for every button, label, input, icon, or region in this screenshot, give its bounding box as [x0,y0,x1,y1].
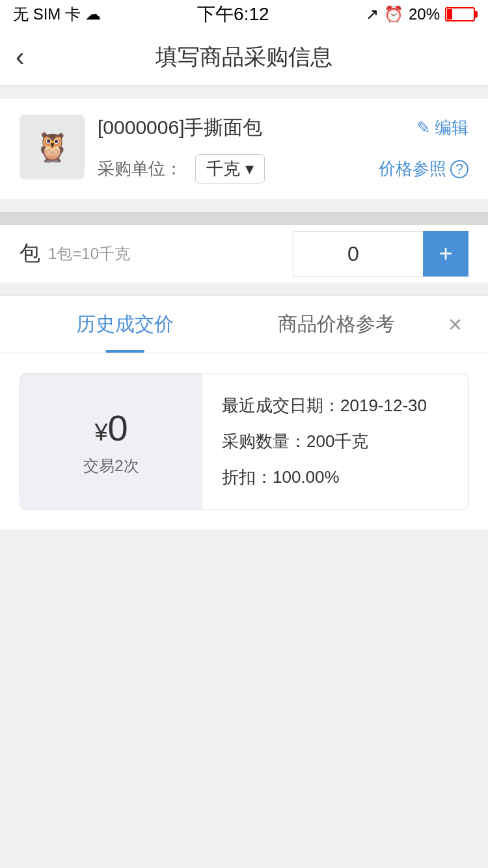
unit-select[interactable]: 千克 ▾ [195,154,265,183]
unit-conversion: 1包=10千克 [48,243,130,264]
quantity-controls: + [293,231,468,277]
battery-icon [445,7,475,21]
product-header: 🦉 [0000006]手撕面包 ✎ 编辑 采购单位： 千克 ▾ [20,115,468,183]
price-left: ¥0 交易2次 [20,373,202,509]
tab-close-button[interactable]: × [442,305,468,345]
product-info: [0000006]手撕面包 ✎ 编辑 采购单位： 千克 ▾ 价格参照 ? [98,115,468,183]
page-title: 填写商品采购信息 [156,42,332,72]
no-sim-text: 无 SIM 卡 ☁ [13,4,101,25]
unit-badge: 包 [20,239,40,268]
unit-label-group: 采购单位： 千克 ▾ [98,154,265,183]
tab-price-ref[interactable]: 商品价格参考 [230,296,441,353]
discount-label: 折扣： [222,467,273,487]
discount-row: 折扣：100.00% [222,465,448,490]
quantity-label: 包 1包=10千克 [20,239,130,268]
signal-icon: ↗ [366,5,379,23]
card-area: ¥0 交易2次 最近成交日期：2019-12-30 采购数量：200千克 折扣：… [0,353,488,530]
price-ref-label: 价格参照 [379,157,446,180]
price-value: 0 [107,407,128,448]
unit-row: 采购单位： 千克 ▾ 价格参照 ? [98,154,468,183]
price-amount: ¥0 [94,407,128,449]
edit-icon: ✎ [416,118,431,138]
back-button[interactable]: ‹ [16,42,24,72]
section-divider [0,212,488,225]
status-left: 无 SIM 卡 ☁ [13,4,101,25]
quantity-input[interactable] [293,231,423,277]
plus-button[interactable]: + [423,231,468,277]
edit-label: 编辑 [435,116,468,139]
unit-value: 千克 [206,157,240,180]
tab-history-label: 历史成交价 [76,311,174,338]
status-time: 下午6:12 [197,2,269,27]
edit-button[interactable]: ✎ 编辑 [416,116,468,139]
product-card: 🦉 [0000006]手撕面包 ✎ 编辑 采购单位： 千克 ▾ [0,99,488,199]
purchase-quantity-value: 200千克 [306,431,368,451]
alarm-icon: ⏰ [384,5,403,23]
price-card: ¥0 交易2次 最近成交日期：2019-12-30 采购数量：200千克 折扣：… [20,373,468,510]
product-image-icon: 🦉 [34,130,70,164]
price-trades: 交易2次 [83,455,139,476]
unit-label: 采购单位： [98,159,182,178]
question-icon: ? [450,160,468,178]
status-bar: 无 SIM 卡 ☁ 下午6:12 ↗ ⏰ 20% [0,0,488,29]
recent-date-row: 最近成交日期：2019-12-30 [222,393,448,418]
tab-price-ref-label: 商品价格参考 [278,311,395,338]
quantity-row: 包 1包=10千克 + [0,225,488,282]
product-name-row: [0000006]手撕面包 ✎ 编辑 [98,115,468,141]
recent-date-label: 最近成交日期： [222,396,340,415]
tabs: 历史成交价 商品价格参考 × [0,296,488,353]
price-ref-button[interactable]: 价格参照 ? [379,157,468,180]
dropdown-arrow-icon: ▾ [245,159,254,179]
discount-value: 100.00% [273,467,340,487]
product-name: [0000006]手撕面包 [98,115,262,141]
status-right: ↗ ⏰ 20% [366,5,475,23]
price-right: 最近成交日期：2019-12-30 采购数量：200千克 折扣：100.00% [202,373,468,509]
quantity-row-detail: 采购数量：200千克 [222,429,448,454]
purchase-quantity-label: 采购数量： [222,431,306,451]
recent-date-value: 2019-12-30 [340,396,427,415]
product-thumbnail: 🦉 [20,115,85,180]
bottom-panel: 历史成交价 商品价格参考 × ¥0 交易2次 最近成交日期：2019-12-30… [0,295,488,530]
currency-symbol: ¥ [94,419,107,446]
tab-history-price[interactable]: 历史成交价 [20,296,230,353]
battery-percent: 20% [409,5,440,23]
nav-bar: ‹ 填写商品采购信息 [0,29,488,86]
